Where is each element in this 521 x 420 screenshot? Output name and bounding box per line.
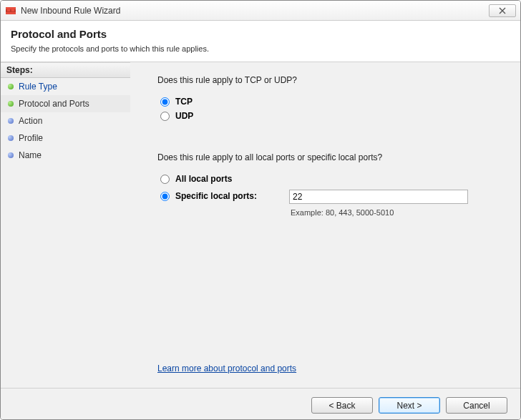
- radio-all-ports-label: All local ports: [175, 174, 232, 184]
- step-bullet-icon: [8, 118, 14, 124]
- step-name[interactable]: Name: [1, 147, 130, 164]
- step-bullet-icon: [8, 101, 14, 107]
- protocol-option-tcp[interactable]: TCP: [157, 95, 497, 109]
- titlebar: New Inbound Rule Wizard: [1, 1, 520, 21]
- radio-specific-ports[interactable]: [160, 192, 170, 201]
- svg-rect-1: [6, 7, 16, 9]
- cancel-button[interactable]: Cancel: [446, 397, 507, 414]
- protocol-question: Does this rule apply to TCP or UDP?: [157, 75, 497, 85]
- step-bullet-icon: [8, 152, 14, 158]
- radio-tcp[interactable]: [160, 97, 170, 107]
- wizard-footer: < Back Next > Cancel: [1, 388, 520, 420]
- ports-question: Does this rule apply to all local ports …: [157, 152, 497, 162]
- ports-option-all[interactable]: All local ports: [157, 172, 497, 187]
- ports-option-specific[interactable]: Specific local ports:: [157, 190, 286, 204]
- steps-sidebar: Steps: Rule Type Protocol and Ports Acti…: [1, 62, 130, 388]
- protocol-option-udp[interactable]: UDP: [157, 109, 497, 124]
- svg-rect-4: [6, 12, 16, 14]
- step-profile[interactable]: Profile: [1, 130, 130, 147]
- radio-all-ports[interactable]: [160, 175, 170, 184]
- radio-specific-ports-label: Specific local ports:: [175, 191, 257, 201]
- radio-tcp-label: TCP: [175, 97, 193, 107]
- page-title: Protocol and Ports: [11, 28, 510, 40]
- step-label: Action: [19, 116, 42, 126]
- svg-rect-3: [11, 9, 14, 11]
- firewall-icon: [5, 5, 16, 16]
- specific-ports-input[interactable]: [289, 190, 468, 204]
- window-title: New Inbound Rule Wizard: [21, 6, 489, 16]
- wizard-header: Protocol and Ports Specify the protocols…: [1, 21, 520, 62]
- step-rule-type[interactable]: Rule Type: [1, 78, 130, 95]
- wizard-content: Does this rule apply to TCP or UDP? TCP …: [130, 62, 520, 388]
- steps-heading: Steps:: [1, 62, 130, 78]
- back-button[interactable]: < Back: [311, 397, 373, 414]
- next-button[interactable]: Next >: [379, 397, 440, 414]
- step-label: Rule Type: [19, 82, 57, 92]
- step-action[interactable]: Action: [1, 112, 130, 130]
- radio-udp[interactable]: [160, 112, 170, 121]
- svg-rect-2: [7, 9, 10, 11]
- page-subtitle: Specify the protocols and ports to which…: [11, 44, 510, 53]
- step-protocol-and-ports[interactable]: Protocol and Ports: [1, 95, 130, 112]
- radio-udp-label: UDP: [175, 111, 193, 121]
- specific-ports-example: Example: 80, 443, 5000-5010: [289, 208, 497, 217]
- close-button[interactable]: [489, 4, 516, 17]
- step-label: Profile: [19, 133, 43, 143]
- step-bullet-icon: [8, 84, 14, 89]
- wizard-body: Steps: Rule Type Protocol and Ports Acti…: [1, 62, 520, 388]
- step-bullet-icon: [8, 135, 14, 141]
- step-label: Name: [19, 150, 42, 160]
- step-label: Protocol and Ports: [19, 99, 89, 109]
- learn-more-link[interactable]: Learn more about protocol and ports: [157, 363, 296, 373]
